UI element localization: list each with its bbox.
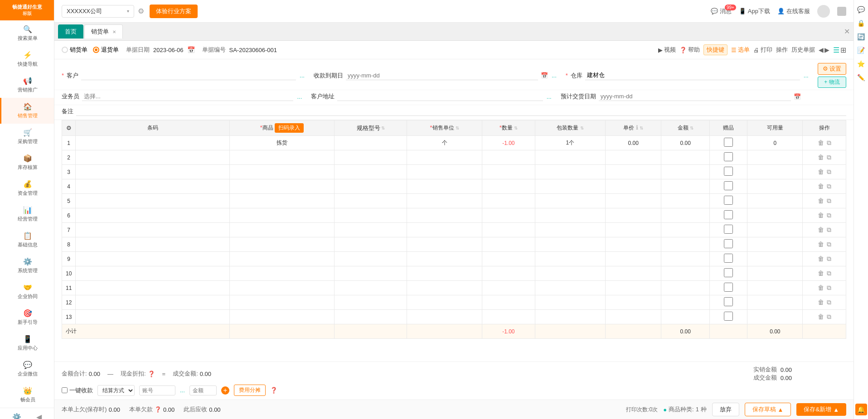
- expense-help-icon[interactable]: ❓: [270, 387, 277, 394]
- sidebar-item-wechat[interactable]: 💬 企业微信: [0, 356, 54, 382]
- sidebar-item-vip[interactable]: 👑 畅会员: [0, 382, 54, 408]
- company-selector[interactable]: XXXXXX公司 ▾: [62, 5, 134, 18]
- delete-row-icon[interactable]: 🗑: [818, 154, 824, 161]
- app-download-button[interactable]: 📱 App下载: [739, 7, 770, 15]
- operations-btn[interactable]: 操作: [776, 46, 788, 54]
- abandon-button[interactable]: 放弃: [712, 403, 739, 416]
- copy-row-icon[interactable]: ⧉: [827, 226, 831, 234]
- gear-icon[interactable]: ⚙: [138, 7, 144, 15]
- radio-return-order[interactable]: 退货单: [93, 46, 119, 54]
- tab-close-icon[interactable]: ✕: [112, 29, 116, 34]
- copy-row-icon[interactable]: ⧉: [827, 212, 831, 219]
- notes-input[interactable]: [76, 107, 846, 116]
- message-button[interactable]: 💬 消息 99+: [711, 7, 732, 15]
- question-total-due[interactable]: ❓: [155, 406, 161, 413]
- avatar-2[interactable]: [837, 7, 846, 16]
- address-dots[interactable]: ...: [547, 93, 552, 100]
- sidebar-item-apps[interactable]: 📱 应用中心: [0, 330, 54, 356]
- scan-button[interactable]: 扫码录入: [275, 123, 304, 133]
- rs-alert-icon[interactable]: 🔔: [855, 404, 867, 415]
- delete-row-icon[interactable]: 🗑: [818, 270, 824, 277]
- rs-refresh-icon[interactable]: 🔄: [855, 31, 867, 43]
- dots-btn[interactable]: ...: [180, 387, 185, 394]
- delete-row-icon[interactable]: 🗑: [818, 197, 824, 205]
- sidebar-item-finance[interactable]: 💰 资金管理: [0, 175, 54, 201]
- list-view-icon[interactable]: ☰: [833, 46, 839, 54]
- calculation-method-select[interactable]: 结算方式: [97, 385, 135, 396]
- copy-row-icon[interactable]: ⧉: [827, 168, 831, 176]
- settings-col-icon[interactable]: ⚙: [66, 125, 72, 131]
- help-btn[interactable]: ❓ 帮助: [679, 46, 700, 54]
- rs-star-icon[interactable]: ⭐: [855, 58, 867, 70]
- logistics-button[interactable]: + 物流: [818, 77, 846, 88]
- delete-row-icon[interactable]: 🗑: [818, 255, 824, 263]
- due-date-calendar-icon[interactable]: 📅: [541, 72, 548, 79]
- delete-row-icon[interactable]: 🗑: [818, 183, 824, 190]
- calendar-icon[interactable]: 📅: [187, 46, 195, 53]
- copy-row-icon[interactable]: ⧉: [827, 197, 831, 205]
- delete-row-icon[interactable]: 🗑: [818, 226, 824, 234]
- sidebar-item-operations[interactable]: 📊 经营管理: [0, 201, 54, 227]
- delivery-date-input[interactable]: [599, 92, 791, 101]
- history-btn[interactable]: 历史单据: [791, 46, 815, 54]
- warehouse-input[interactable]: [585, 71, 800, 80]
- copy-row-icon[interactable]: ⧉: [827, 313, 831, 321]
- video-btn[interactable]: ▶ 视频: [658, 46, 676, 54]
- copy-row-icon[interactable]: ⧉: [827, 299, 831, 306]
- amount-payment-input[interactable]: [189, 385, 217, 395]
- next-arrow[interactable]: ▶: [824, 46, 829, 53]
- price-info-icon[interactable]: ℹ: [636, 124, 638, 131]
- save-new-button[interactable]: 保存&新增 ▲: [796, 403, 846, 416]
- sidebar-item-system[interactable]: ⚙️ 系统管理: [0, 253, 54, 279]
- salesperson-input[interactable]: [82, 92, 293, 101]
- copy-row-icon[interactable]: ⧉: [827, 154, 831, 161]
- collapse-icon[interactable]: ◀: [36, 413, 42, 419]
- delete-row-icon[interactable]: 🗑: [818, 299, 824, 306]
- delete-row-icon[interactable]: 🗑: [818, 241, 824, 248]
- print-btn[interactable]: 🖨 打印: [753, 46, 772, 54]
- save-draft-button[interactable]: 保存草稿 ▲: [745, 403, 791, 416]
- delete-row-icon[interactable]: 🗑: [818, 284, 824, 292]
- warehouse-dots[interactable]: ...: [804, 72, 809, 79]
- tab-home[interactable]: 首页: [58, 24, 83, 39]
- settings-bottom-icon[interactable]: ⚙️: [12, 413, 21, 419]
- sidebar-item-purchase[interactable]: 🛒 采购管理: [0, 124, 54, 149]
- rs-edit-icon[interactable]: ✏️: [855, 72, 867, 83]
- due-date-input[interactable]: [346, 71, 538, 80]
- one-click-payment[interactable]: 一键收款: [62, 386, 93, 395]
- sidebar-item-enterprise[interactable]: 🤝 企业协同: [0, 279, 54, 304]
- sidebar-item-search[interactable]: 🔍 搜索菜单: [0, 20, 54, 46]
- payment-checkbox[interactable]: [62, 387, 68, 393]
- question-icon[interactable]: ❓: [148, 371, 155, 377]
- sidebar-item-basic[interactable]: 📋 基础信息: [0, 227, 54, 253]
- tab-sales-order[interactable]: 销货单 ✕: [84, 24, 123, 39]
- radio-sales-order[interactable]: 销货单: [62, 46, 87, 54]
- copy-row-icon[interactable]: ⧉: [827, 284, 831, 292]
- online-service-button[interactable]: 👤 在线客服: [777, 7, 810, 15]
- avatar[interactable]: [817, 5, 830, 18]
- rs-note-icon[interactable]: 📝: [855, 44, 867, 56]
- sidebar-item-quick-nav[interactable]: ⚡ 快捷导航: [0, 46, 54, 72]
- col-settings[interactable]: ⚙: [62, 120, 76, 136]
- account-input[interactable]: [139, 385, 175, 395]
- sidebar-item-inventory[interactable]: 📦 库存核算: [0, 149, 54, 175]
- settings-button[interactable]: ⚙ 设置: [818, 63, 846, 75]
- delete-row-icon[interactable]: 🗑: [818, 139, 824, 147]
- copy-row-icon[interactable]: ⧉: [827, 241, 831, 248]
- copy-row-icon[interactable]: ⧉: [827, 270, 831, 277]
- salesperson-dots[interactable]: ...: [297, 93, 302, 100]
- customer-input[interactable]: [81, 71, 296, 80]
- delete-row-icon[interactable]: 🗑: [818, 313, 824, 321]
- copy-row-icon[interactable]: ⧉: [827, 255, 831, 263]
- grid-view-icon[interactable]: ⊞: [840, 46, 846, 54]
- rs-lock-icon[interactable]: 🔒: [855, 17, 867, 29]
- filter-btn[interactable]: ☰ 选单: [731, 46, 750, 54]
- sidebar-item-guide[interactable]: 🎯 新手引导: [0, 304, 54, 330]
- delete-row-icon[interactable]: 🗑: [818, 168, 824, 176]
- copy-row-icon[interactable]: ⧉: [827, 183, 831, 190]
- close-all-tabs[interactable]: ✕: [844, 27, 850, 36]
- delete-row-icon[interactable]: 🗑: [818, 212, 824, 219]
- rs-chat-icon[interactable]: 💬: [855, 4, 867, 15]
- expense-button[interactable]: 费用分摊: [234, 385, 266, 396]
- experience-button[interactable]: 体验行业方案: [150, 5, 198, 18]
